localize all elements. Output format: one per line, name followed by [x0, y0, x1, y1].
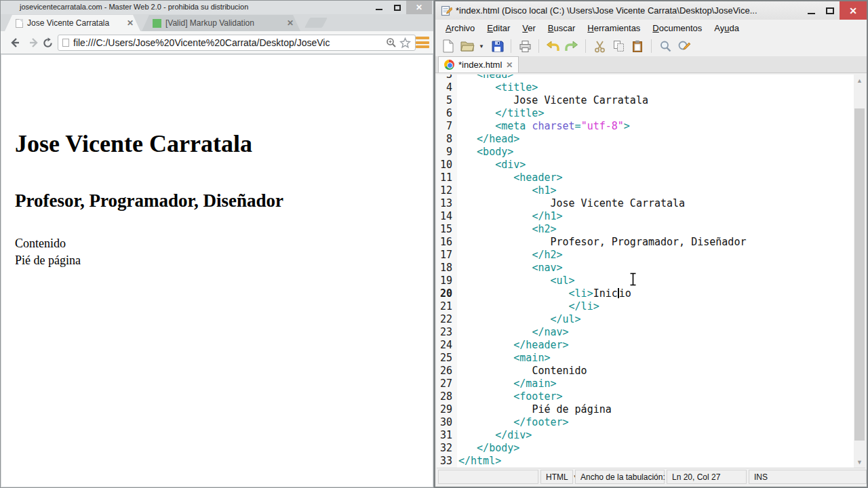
code-text[interactable]: <div>	[457, 159, 526, 171]
code-text[interactable]: </html>	[457, 455, 501, 468]
tab-close-icon[interactable]: ✕	[287, 18, 294, 28]
code-editor-area[interactable]: 3 <head>4 <title>5 Jose Vicente Carratal…	[437, 75, 865, 468]
code-line[interactable]: 30 </footer>	[437, 416, 865, 429]
code-text[interactable]: Profesor, Programador, Diseñador	[457, 236, 746, 249]
find-replace-button[interactable]	[677, 39, 692, 54]
code-text[interactable]: <ul>	[457, 274, 575, 287]
code-line[interactable]: 20 <li>Inicio	[437, 287, 865, 300]
tab-close-icon[interactable]: ✕	[127, 18, 134, 28]
code-line[interactable]: 22 </ul>	[437, 313, 865, 326]
code-text[interactable]: <li>Inicio	[457, 287, 631, 300]
code-line[interactable]: 15 <h2>	[437, 223, 865, 236]
code-line[interactable]: 14 </h1>	[437, 210, 865, 223]
code-text[interactable]: Contenido	[457, 365, 587, 378]
code-line[interactable]: 12 <h1>	[437, 184, 865, 197]
code-text[interactable]: <title>	[457, 81, 538, 94]
browser-tab-active[interactable]: Jose Vicente Carratala ✕	[5, 15, 140, 31]
code-text[interactable]: Jose Vicente Carratala	[457, 94, 648, 107]
code-line[interactable]: 4 <title>	[437, 81, 865, 94]
code-line[interactable]: 31 </div>	[437, 429, 865, 442]
minimize-button[interactable]	[370, 1, 388, 14]
code-text[interactable]: <header>	[457, 171, 563, 184]
code-line[interactable]: 16 Profesor, Programador, Diseñador	[437, 236, 865, 249]
code-line[interactable]: 8 </head>	[437, 133, 865, 146]
code-text[interactable]: </h1>	[457, 210, 563, 223]
code-line[interactable]: 32 </body>	[437, 442, 865, 455]
code-text[interactable]: <nav>	[457, 262, 563, 274]
scrollbar-thumb[interactable]	[854, 108, 865, 441]
code-line[interactable]: 21 </li>	[437, 300, 865, 313]
code-line[interactable]: 5 Jose Vicente Carratala	[437, 94, 865, 107]
menu-ver[interactable]: Ver	[516, 21, 542, 35]
open-dropdown-icon[interactable]: ▼	[479, 43, 486, 49]
address-bar[interactable]: file:///C:/Users/Jose%20Vicente%20Carrat…	[58, 35, 416, 51]
code-text[interactable]: <meta charset="utf-8">	[457, 120, 630, 133]
open-file-button[interactable]	[460, 39, 475, 54]
menu-buscar[interactable]: Buscar	[542, 21, 581, 35]
copy-button[interactable]	[611, 39, 626, 54]
code-text[interactable]: </title>	[457, 107, 544, 120]
menu-documentos[interactable]: Documentos	[646, 21, 708, 35]
code-text[interactable]: </li>	[457, 300, 599, 313]
code-text[interactable]: </ul>	[457, 313, 581, 326]
code-text[interactable]: <body>	[457, 146, 513, 159]
code-line[interactable]: 11 <header>	[437, 171, 865, 184]
code-line[interactable]: 9 <body>	[437, 146, 865, 159]
code-line[interactable]: 28 <footer>	[437, 390, 865, 403]
editor-tab-index-html[interactable]: *index.html ✕	[438, 56, 519, 73]
menu-editar[interactable]: Editar	[481, 21, 516, 35]
code-text[interactable]: </body>	[457, 442, 519, 455]
code-line[interactable]: 24 </header>	[437, 339, 865, 352]
tab-close-icon[interactable]: ✕	[506, 60, 513, 70]
code-text[interactable]: </div>	[457, 429, 532, 442]
maximize-button[interactable]	[388, 1, 406, 14]
new-file-button[interactable]	[441, 39, 456, 54]
scroll-up-icon[interactable]: ▲	[854, 75, 865, 86]
zoom-indicator-icon[interactable]	[386, 37, 397, 48]
close-button[interactable]: ✕	[840, 1, 867, 20]
code-line[interactable]: 29 Pié de página	[437, 403, 865, 416]
redo-button[interactable]	[564, 39, 579, 54]
code-line[interactable]: 33</html>	[437, 455, 865, 468]
code-text[interactable]: Jose Vicente Carratala	[457, 197, 685, 210]
status-language-dropdown[interactable]: HTML ▼	[540, 470, 573, 484]
code-text[interactable]: <footer>	[457, 390, 563, 403]
code-text[interactable]: </nav>	[457, 326, 569, 339]
menu-herramientas[interactable]: Herramientas	[581, 21, 646, 35]
code-text[interactable]: </footer>	[457, 416, 569, 429]
browser-tab-validator[interactable]: [Valid] Markup Validation ✕	[142, 15, 300, 31]
new-tab-button[interactable]	[304, 18, 328, 28]
code-line[interactable]: 23 </nav>	[437, 326, 865, 339]
menu-ayuda[interactable]: Ayuda	[708, 21, 745, 35]
scroll-down-icon[interactable]: ▼	[854, 456, 865, 468]
code-text[interactable]: <head>	[457, 75, 513, 81]
code-line[interactable]: 13 Jose Vicente Carratala	[437, 197, 865, 210]
code-line[interactable]: 26 Contenido	[437, 365, 865, 378]
code-text[interactable]: <main>	[457, 352, 550, 365]
code-line[interactable]: 25 <main>	[437, 352, 865, 365]
maximize-button[interactable]	[821, 1, 840, 20]
minimize-button[interactable]	[802, 1, 821, 20]
chrome-menu-icon[interactable]	[416, 37, 429, 48]
reload-button[interactable]	[39, 34, 56, 52]
undo-button[interactable]	[545, 39, 560, 54]
paste-button[interactable]	[630, 39, 645, 54]
browser-titlebar[interactable]: josevicentecarratala.com - Master Web 2.…	[1, 1, 433, 14]
code-line[interactable]: 3 <head>	[437, 75, 865, 81]
address-url[interactable]: file:///C:/Users/Jose%20Vicente%20Carrat…	[73, 37, 383, 48]
menu-archivo[interactable]: Archivo	[439, 21, 481, 35]
code-text[interactable]: <h1>	[457, 184, 557, 197]
editor-titlebar[interactable]: *index.html (Disco local (C:) \Users\Jos…	[435, 1, 867, 20]
code-text[interactable]: Pié de página	[457, 403, 612, 416]
code-line[interactable]: 27 </main>	[437, 378, 865, 390]
code-line[interactable]: 18 <nav>	[437, 262, 865, 274]
cut-button[interactable]	[592, 39, 607, 54]
find-button[interactable]	[658, 39, 673, 54]
close-button[interactable]: ✕	[406, 1, 432, 14]
code-line[interactable]: 19 <ul>	[437, 274, 865, 287]
print-button[interactable]	[517, 39, 532, 54]
status-tabwidth-dropdown[interactable]: Ancho de la tabulación: 3 ▼	[575, 470, 665, 484]
back-button[interactable]	[6, 34, 24, 52]
bookmark-star-icon[interactable]	[399, 37, 411, 49]
code-line[interactable]: 17 </h2>	[437, 249, 865, 262]
